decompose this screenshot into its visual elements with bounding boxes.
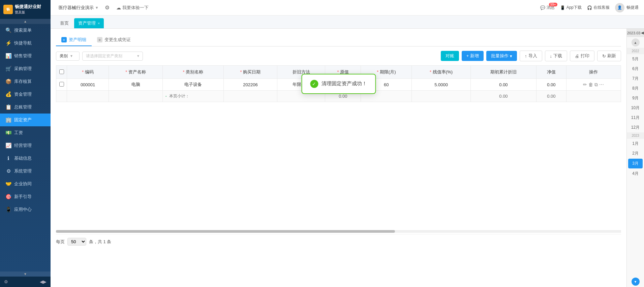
delete-icon[interactable]: 🗑 bbox=[588, 82, 593, 88]
calendar-scroll-up[interactable]: ▲ bbox=[632, 38, 640, 46]
cal-month-9[interactable]: 9月 bbox=[627, 93, 644, 103]
app-download-button[interactable]: 📱 App下载 bbox=[560, 5, 582, 10]
year-2022-label: 2022 bbox=[627, 48, 644, 54]
change-voucher-tab-icon: ≡ bbox=[97, 37, 102, 42]
tab-close-icon[interactable]: × bbox=[98, 21, 100, 25]
cal-month-8[interactable]: 8月 bbox=[627, 84, 644, 93]
app-download-icon: 📱 bbox=[560, 5, 565, 10]
td-subtotal-label: ▪ 本页小计： bbox=[162, 91, 223, 102]
reconcile-button[interactable]: 对账 bbox=[441, 51, 459, 61]
topbar-settings-icon[interactable]: ⚙ bbox=[105, 4, 110, 11]
sidebar-item-wages[interactable]: 💵 工资 bbox=[0, 126, 51, 139]
funds-icon: 💰 bbox=[5, 91, 11, 97]
cal-month-2023-3[interactable]: 3月 bbox=[628, 159, 643, 168]
horizontal-scrollbar[interactable] bbox=[56, 230, 621, 233]
select-all-checkbox[interactable] bbox=[59, 69, 64, 74]
collapse-sidebar-icon[interactable]: ◀▶ bbox=[40, 279, 47, 284]
refresh-label: 刷新 bbox=[607, 53, 616, 59]
total-label: 条，共 1 条 bbox=[89, 239, 111, 245]
tab-asset-management[interactable]: 资产管理 × bbox=[74, 18, 104, 28]
batch-button[interactable]: 批量操作 ▾ bbox=[486, 51, 517, 61]
sub-tab-asset-detail[interactable]: ≡ 资产明细 bbox=[56, 34, 92, 46]
message-badge: 99+ bbox=[549, 3, 557, 6]
edit-icon[interactable]: ✏ bbox=[583, 82, 587, 88]
more-icon[interactable]: ⋯ bbox=[599, 82, 604, 88]
category-input[interactable]: 请选择固定资产类别 ▾ bbox=[82, 52, 143, 61]
tab-home[interactable]: 首页 bbox=[56, 18, 73, 28]
download-icon: ↓ bbox=[550, 54, 552, 59]
cal-month-11[interactable]: 11月 bbox=[627, 113, 644, 123]
sidebar-item-operations[interactable]: 📈 经营管理 bbox=[0, 139, 51, 152]
calendar-scroll-down[interactable]: ▼ bbox=[632, 278, 640, 286]
table-wrapper: * 编码 * 资产名称 * 类别名称 bbox=[56, 65, 621, 102]
cal-month-2023-4[interactable]: 4月 bbox=[627, 169, 644, 179]
download-button[interactable]: ↓ 下载 bbox=[545, 51, 568, 61]
sidebar: 畅 畅捷通好业财 普及版 ▲ 🔍 搜索菜单 ⚡ 快捷导航 📊 销售管理 🛒 采购… bbox=[0, 0, 51, 287]
batch-label: 批量操作 bbox=[491, 53, 509, 59]
cal-month-10[interactable]: 10月 bbox=[627, 103, 644, 113]
sidebar-item-fixed-assets[interactable]: 🏢 固定资产 bbox=[0, 114, 51, 126]
operation-icons: ✏ 🗑 ⧉ ⋯ bbox=[569, 82, 618, 88]
scrollbar-thumb[interactable] bbox=[56, 230, 395, 233]
message-button[interactable]: 💬 消息 99+ bbox=[540, 5, 555, 10]
tabbar: 首页 资产管理 × bbox=[51, 15, 644, 29]
settings-icon[interactable]: ⚙ bbox=[4, 279, 8, 284]
batch-dropdown-icon: ▾ bbox=[510, 54, 512, 59]
content-area: ≡ 资产明细 ≡ 变更生成凭证 类别 ▾ 请选择固定资产类别 bbox=[51, 29, 644, 287]
row-checkbox[interactable] bbox=[59, 82, 64, 87]
print-button[interactable]: 🖨 打印 bbox=[570, 51, 594, 61]
sidebar-item-purchase[interactable]: 🛒 采购管理 bbox=[0, 62, 51, 75]
avatar: 👤 bbox=[615, 3, 624, 12]
basic-info-icon: ℹ bbox=[5, 155, 11, 161]
experience-button[interactable]: ☁ 我要体验一下 bbox=[116, 5, 149, 11]
sidebar-scroll-up[interactable]: ▲ bbox=[0, 19, 51, 24]
import-label: 导入 bbox=[528, 53, 537, 59]
sub-tab-change-voucher[interactable]: ≡ 变更生成凭证 bbox=[92, 34, 136, 46]
sidebar-item-funds[interactable]: 💰 资金管理 bbox=[0, 88, 51, 101]
sidebar-item-guide-label: 新手引导 bbox=[14, 194, 32, 200]
sidebar-scroll-down[interactable]: ▼ bbox=[0, 272, 51, 277]
sidebar-item-sales[interactable]: 📊 销售管理 bbox=[0, 50, 51, 62]
new-button[interactable]: + 新增 bbox=[462, 51, 484, 61]
cal-month-7[interactable]: 7月 bbox=[627, 74, 644, 84]
sidebar-item-inventory[interactable]: 📦 库存核算 bbox=[0, 75, 51, 88]
page-size-select[interactable]: 50 10 20 100 bbox=[67, 238, 86, 246]
sidebar-item-guide[interactable]: 🎯 新手引导 bbox=[0, 190, 51, 203]
sidebar-item-enterprise[interactable]: 🤝 企业协同 bbox=[0, 178, 51, 190]
refresh-button[interactable]: ↻ 刷新 bbox=[597, 51, 621, 61]
user-profile[interactable]: 👤 畅捷通 bbox=[615, 3, 639, 12]
download-label: 下载 bbox=[553, 53, 562, 59]
sidebar-item-app-center[interactable]: 📱 应用中心 bbox=[0, 203, 51, 216]
company-selector[interactable]: 医疗器械行业演示 ▾ bbox=[56, 3, 101, 12]
experience-label: 我要体验一下 bbox=[122, 5, 149, 11]
cal-month-12[interactable]: 12月 bbox=[627, 123, 644, 132]
cal-month-6[interactable]: 6月 bbox=[627, 64, 644, 74]
copy-icon[interactable]: ⧉ bbox=[594, 82, 598, 88]
app-title: 畅捷通好业财 bbox=[15, 4, 41, 9]
sidebar-item-search[interactable]: 🔍 搜索菜单 bbox=[0, 24, 51, 37]
cal-month-5[interactable]: 5月 bbox=[627, 54, 644, 64]
purchase-icon: 🛒 bbox=[5, 66, 11, 72]
toolbar-right: 对账 + 新增 批量操作 ▾ ↑ 导入 ↓ 下载 bbox=[441, 51, 621, 61]
sidebar-item-system-label: 系统管理 bbox=[14, 168, 32, 174]
category-input-placeholder: 请选择固定资产类别 bbox=[86, 53, 122, 59]
system-icon: ⚙ bbox=[5, 168, 11, 174]
print-label: 打印 bbox=[581, 53, 589, 59]
sidebar-item-basic-info[interactable]: ℹ 基础信息 bbox=[0, 152, 51, 165]
import-button[interactable]: ↑ 导入 bbox=[520, 51, 542, 61]
app-edition: 普及版 bbox=[15, 10, 41, 15]
td-subtotal-empty1 bbox=[56, 91, 67, 102]
toolbar-left: 类别 ▾ 请选择固定资产类别 ▾ bbox=[56, 52, 143, 61]
td-subtotal-empty2 bbox=[67, 91, 109, 102]
calendar-months: 2022 5月 6月 7月 8月 9月 10月 11月 12月 2023 1月 … bbox=[627, 48, 644, 276]
category-filter[interactable]: 类别 ▾ bbox=[56, 52, 80, 61]
sidebar-item-ledger[interactable]: 📋 总账管理 bbox=[0, 101, 51, 114]
td-category: 电子设备 bbox=[162, 79, 223, 91]
cal-month-2023-1[interactable]: 1月 bbox=[627, 139, 644, 149]
sidebar-item-system[interactable]: ⚙ 系统管理 bbox=[0, 165, 51, 178]
customer-service-button[interactable]: 🎧 在线客服 bbox=[587, 5, 610, 10]
cal-month-2023-2[interactable]: 2月 bbox=[627, 149, 644, 158]
sidebar-item-quick-nav[interactable]: ⚡ 快捷导航 bbox=[0, 37, 51, 50]
logo-icon: 畅 bbox=[3, 5, 13, 14]
calendar-header[interactable]: 2023.03 ◀ bbox=[627, 29, 644, 37]
